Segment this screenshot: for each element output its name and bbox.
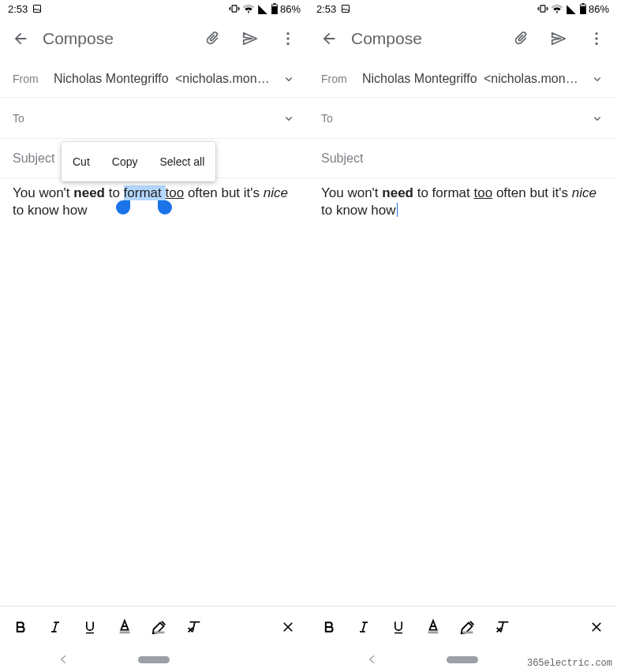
status-battery: 86% [589,3,609,15]
bold-word: need [382,185,413,200]
svg-point-16 [595,37,597,39]
underline-icon [82,619,98,635]
italic-button[interactable] [38,607,73,648]
from-dropdown[interactable] [585,72,604,86]
message-body[interactable]: You won't need to format too often but i… [0,178,308,606]
svg-rect-18 [428,631,439,633]
to-row[interactable]: To [0,98,308,139]
italic-icon [356,619,372,635]
svg-rect-9 [155,631,165,633]
chevron-down-icon [282,72,296,86]
attach-button[interactable] [196,23,228,54]
bold-icon [321,619,337,635]
subject-row[interactable]: Subject [308,139,617,178]
clear-format-button[interactable] [485,607,520,648]
wifi-icon [242,4,255,14]
bold-word: need [73,185,105,200]
phone-right: 2:53 86% Compose [308,0,617,672]
close-format-button[interactable] [271,607,305,648]
app-bar: Compose [308,17,617,60]
format-toolbar [308,606,617,647]
selection-handle-right[interactable] [158,200,172,215]
vibrate-icon [229,4,240,13]
from-row[interactable]: From Nicholas Montegriffo <nicholas.mon… [308,60,617,98]
battery-icon [271,3,279,14]
svg-rect-14 [581,5,585,6]
chevron-down-icon [590,111,604,125]
page-title: Compose [43,29,190,48]
from-email: <nicholas.mon… [484,72,578,85]
message-body[interactable]: You won't need to format too often but i… [308,178,617,606]
close-format-button[interactable] [579,607,614,648]
close-icon [589,620,604,634]
selected-text: format [124,185,162,200]
highlight-button[interactable] [142,607,177,648]
text-color-icon [424,618,442,636]
svg-point-7 [286,43,289,45]
from-name: Nicholas Montegriffo [362,72,477,85]
back-button[interactable] [313,23,345,54]
svg-rect-1 [232,6,237,12]
context-menu: Cut Copy Select all [62,142,215,181]
overflow-button[interactable] [581,23,612,54]
arrow-back-icon [12,30,29,47]
nav-back-icon[interactable] [58,653,70,666]
selection-handle-left[interactable] [116,200,130,215]
send-button[interactable] [234,23,266,54]
svg-point-6 [286,37,289,39]
menu-select-all[interactable]: Select all [148,142,215,181]
bold-button[interactable] [3,607,38,648]
underline-word: too [474,185,493,200]
to-dropdown[interactable] [585,111,604,125]
from-name: Nicholas Montegriffo [54,72,169,85]
clear-format-icon [494,618,511,636]
bold-button[interactable] [312,607,346,648]
nav-home-pill[interactable] [138,656,170,663]
app-bar: Compose [0,17,308,60]
status-time: 2:53 [316,3,336,15]
highlight-icon [459,618,477,636]
clear-format-button[interactable] [177,607,211,648]
to-row[interactable]: To [308,98,617,139]
italic-word: nice [572,185,596,200]
send-button[interactable] [543,23,574,54]
to-dropdown[interactable] [277,111,296,125]
menu-copy[interactable]: Copy [101,142,149,181]
from-row[interactable]: From Nicholas Montegriffo <nicholas.mon… [0,60,308,98]
text-color-button[interactable] [107,607,142,648]
status-bar: 2:53 86% [0,0,308,17]
svg-rect-19 [463,631,473,633]
svg-rect-0 [34,6,41,13]
highlight-button[interactable] [451,607,485,648]
status-battery: 86% [280,3,301,15]
text-color-button[interactable] [416,607,451,648]
nav-back-icon[interactable] [366,653,379,666]
to-label: To [13,112,54,125]
paperclip-icon [204,30,221,47]
chevron-down-icon [590,72,604,86]
vibrate-icon [537,4,548,13]
send-icon [550,30,567,47]
from-dropdown[interactable] [277,72,296,86]
signal-icon [566,4,577,14]
svg-point-15 [595,32,597,35]
svg-point-17 [595,43,597,45]
svg-point-5 [286,32,289,35]
underline-button[interactable] [73,607,107,648]
attach-button[interactable] [505,23,537,54]
nav-home-pill[interactable] [447,656,478,663]
watermark: 365electric.com [527,658,612,669]
underline-button[interactable] [381,607,416,648]
status-bar: 2:53 86% [308,0,617,17]
send-icon [241,30,259,47]
overflow-button[interactable] [272,23,304,54]
image-icon [341,4,350,13]
back-button[interactable] [5,23,36,54]
battery-icon [579,3,587,14]
menu-cut[interactable]: Cut [62,142,101,181]
paperclip-icon [512,30,529,47]
more-vert-icon [588,30,605,47]
italic-icon [47,619,63,635]
italic-button[interactable] [346,607,381,648]
signal-icon [257,4,268,14]
